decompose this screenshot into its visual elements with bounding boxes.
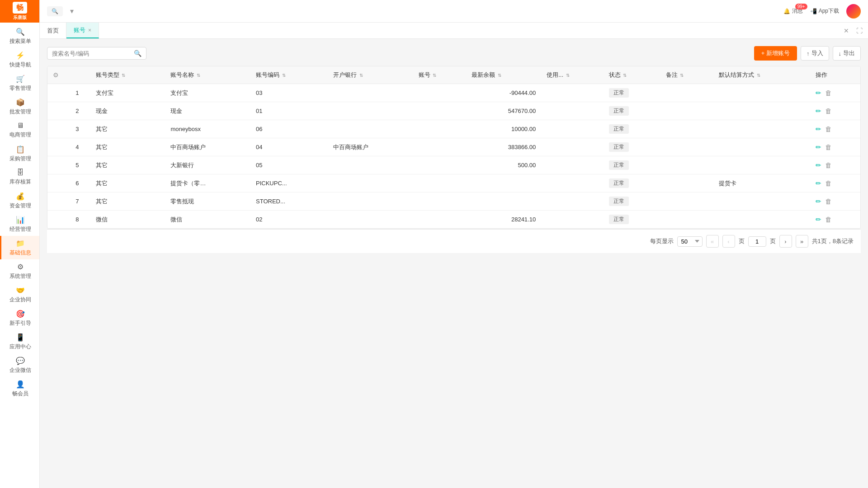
row-balance <box>466 192 541 211</box>
delete-button[interactable]: 🗑 <box>825 161 832 169</box>
row-remark <box>660 84 714 102</box>
page-number-input[interactable] <box>748 236 766 247</box>
row-code: 06 <box>250 120 328 138</box>
col-remark[interactable]: 备注 ⇅ <box>660 66 714 84</box>
col-bank[interactable]: 开户银行 ⇅ <box>328 66 413 84</box>
row-no: 1 <box>64 84 90 102</box>
row-gear <box>47 120 64 138</box>
search-input[interactable] <box>52 50 131 57</box>
sidebar-item-label-ecom: 电商管理 <box>9 131 31 139</box>
sidebar-item-inventory[interactable]: 🗄 库存核算 <box>0 165 39 189</box>
content-area: 🔍 + 新增账号 ↑ 导入 ↓ 导出 ⚙ 账号类型 ⇅ 账号名称 ⇅ <box>40 39 868 488</box>
tab-account[interactable]: 账号 × <box>66 23 99 38</box>
prev-page-btn[interactable]: ‹ <box>722 235 735 248</box>
col-default-settlement[interactable]: 默认结算方式 ⇅ <box>713 66 810 84</box>
operations-icon: 📊 <box>16 216 25 224</box>
system-icon: ⚙ <box>17 263 24 271</box>
app-download-btn[interactable]: 📲 App下载 <box>810 7 839 15</box>
sidebar-item-retail[interactable]: 🛒 零售管理 <box>0 71 39 95</box>
col-status[interactable]: 状态 ⇅ <box>604 66 660 84</box>
sidebar-item-collab[interactable]: 🤝 企业协同 <box>0 283 39 306</box>
row-account <box>413 120 467 138</box>
sidebar-item-quick[interactable]: ⚡ 快捷导航 <box>0 48 39 71</box>
row-status: 正常 <box>604 102 660 120</box>
edit-button[interactable]: ✏ <box>816 89 821 97</box>
sidebar-item-label-member: 畅会员 <box>12 390 28 398</box>
topbar-search-box[interactable]: 🔍 <box>47 6 63 16</box>
sidebar-item-operations[interactable]: 📊 经营管理 <box>0 212 39 236</box>
delete-button[interactable]: 🗑 <box>825 107 832 115</box>
row-bank <box>328 192 413 211</box>
wechat-icon: 💬 <box>16 357 25 365</box>
edit-button[interactable]: ✏ <box>816 161 821 169</box>
sidebar-item-label-appcenter: 应用中心 <box>9 343 31 351</box>
edit-button[interactable]: ✏ <box>816 179 821 188</box>
row-gear <box>47 138 64 156</box>
row-no: 4 <box>64 138 90 156</box>
sidebar-item-guide[interactable]: 🎯 新手引导 <box>0 306 39 330</box>
ecom-icon: 🖥 <box>17 122 24 130</box>
export-button[interactable]: ↓ 导出 <box>833 46 861 61</box>
edit-button[interactable]: ✏ <box>816 143 821 151</box>
row-code: STORED... <box>250 192 328 211</box>
import-button[interactable]: ↑ 导入 <box>801 46 829 61</box>
row-name: 中百商场账户 <box>165 138 250 156</box>
sidebar-item-basic[interactable]: 📁 基础信息 <box>0 236 39 259</box>
col-account[interactable]: 账号 ⇅ <box>413 66 467 84</box>
tab-home[interactable]: 首页 <box>40 23 66 38</box>
table-row: 7 其它 零售抵现 STORED... 正常 ✏ 🗑 <box>47 192 860 211</box>
sidebar-item-finance[interactable]: 💰 资金管理 <box>0 189 39 212</box>
row-status: 正常 <box>604 192 660 211</box>
page-size-label: 每页显示 <box>650 237 674 245</box>
edit-button[interactable]: ✏ <box>816 197 821 206</box>
last-page-btn[interactable]: » <box>796 235 808 248</box>
sidebar-item-member[interactable]: 👤 畅会员 <box>0 377 39 400</box>
delete-button[interactable]: 🗑 <box>825 197 832 205</box>
table-row: 5 其它 大新银行 05 500.00 正常 ✏ 🗑 <box>47 156 860 174</box>
sidebar-item-ecom[interactable]: 🖥 电商管理 <box>0 118 39 142</box>
col-usage[interactable]: 使用... ⇅ <box>541 66 604 84</box>
search-nav-icon: 🔍 <box>16 28 25 36</box>
delete-button[interactable]: 🗑 <box>825 89 832 97</box>
col-name[interactable]: 账号名称 ⇅ <box>165 66 250 84</box>
total-label: 共1页，8条记录 <box>812 237 854 245</box>
sidebar-item-purchase[interactable]: 📋 采购管理 <box>0 142 39 165</box>
sidebar-item-appcenter[interactable]: 📱 应用中心 <box>0 330 39 353</box>
edit-button[interactable]: ✏ <box>816 107 821 115</box>
col-balance[interactable]: 最新余额 ⇅ <box>466 66 541 84</box>
tab-close-action[interactable]: ✕ <box>842 25 851 36</box>
page-size-select[interactable]: 50 100 <box>677 236 703 247</box>
row-default-settlement <box>713 156 810 174</box>
sidebar-item-search[interactable]: 🔍 搜索菜单 <box>0 24 39 48</box>
col-type[interactable]: 账号类型 ⇅ <box>90 66 165 84</box>
delete-button[interactable]: 🗑 <box>825 143 832 151</box>
delete-button[interactable]: 🗑 <box>825 179 832 187</box>
row-action: ✏ 🗑 <box>810 192 860 211</box>
delete-button[interactable]: 🗑 <box>825 125 832 133</box>
sidebar-item-wholesale[interactable]: 📦 批发管理 <box>0 95 39 118</box>
sidebar-item-wechat[interactable]: 💬 企业微信 <box>0 353 39 377</box>
next-page-btn[interactable]: › <box>779 235 792 248</box>
col-code[interactable]: 账号编码 ⇅ <box>250 66 328 84</box>
dropdown-icon[interactable]: ▾ <box>70 7 74 15</box>
edit-button[interactable]: ✏ <box>816 125 821 133</box>
user-avatar[interactable] <box>846 4 861 19</box>
sidebar-item-system[interactable]: ⚙ 系统管理 <box>0 259 39 283</box>
first-page-btn[interactable]: « <box>706 235 719 248</box>
app-logo: 畅 乐唐版 <box>0 0 39 23</box>
row-bank <box>328 211 413 229</box>
delete-button[interactable]: 🗑 <box>825 216 832 223</box>
message-btn[interactable]: 🔔 消息 99+ <box>783 7 803 15</box>
row-balance: 383866.00 <box>466 138 541 156</box>
edit-button[interactable]: ✏ <box>816 216 821 224</box>
topbar-search-icon: 🔍 <box>52 8 58 14</box>
logo-text: 乐唐版 <box>13 14 27 21</box>
purchase-icon: 📋 <box>16 145 25 154</box>
tab-close-btn[interactable]: × <box>88 27 91 33</box>
row-usage <box>541 102 604 120</box>
row-default-settlement <box>713 138 810 156</box>
search-box[interactable]: 🔍 <box>47 47 146 60</box>
tab-expand-action[interactable]: ⛶ <box>854 25 864 36</box>
add-account-button[interactable]: + 新增账号 <box>754 46 797 61</box>
sidebar-nav: 🔍 搜索菜单 ⚡ 快捷导航 🛒 零售管理 📦 批发管理 🖥 电商管理 📋 采购管… <box>0 23 39 488</box>
